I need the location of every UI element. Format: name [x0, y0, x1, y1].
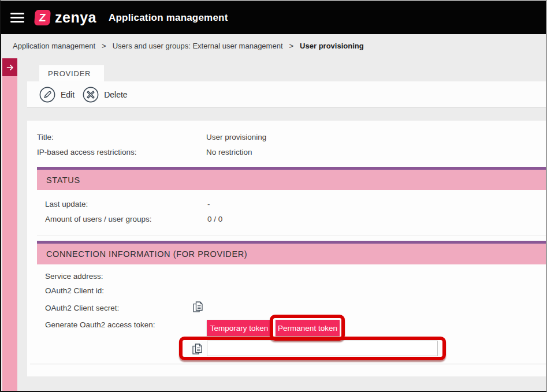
toolbar: Edit Delete [27, 81, 547, 108]
sidebar-expand-button[interactable] [2, 58, 17, 76]
ip-restrictions-row: IP-based access restrictions: No restric… [27, 144, 547, 159]
delete-button[interactable]: Delete [83, 87, 127, 103]
tab-provider[interactable]: PROVIDER [39, 65, 104, 81]
oauth2-client-id-label: OAuth2 Client id: [45, 286, 104, 295]
breadcrumb: Application management > Users and user … [1, 34, 546, 57]
arrow-right-icon [6, 64, 14, 72]
title-label: Title: [37, 133, 54, 141]
application-window: Z zenya Application management Applicati… [0, 0, 547, 392]
status-section-header: STATUS [37, 170, 547, 190]
last-update-row: Last update: - [27, 196, 547, 211]
service-address-label: Service address: [45, 272, 103, 281]
menu-icon[interactable] [10, 13, 24, 23]
generate-token-label: Generate Oauth2 access token: [45, 320, 155, 329]
service-address-row: Service address: [27, 268, 547, 283]
edit-button-label: Edit [61, 90, 75, 99]
zenya-logo-letter: Z [39, 12, 46, 24]
last-update-label: Last update: [45, 200, 88, 208]
zenya-logo-text: zenya [55, 9, 96, 26]
status-section-title: STATUS [46, 176, 80, 185]
provider-detail-panel: Title: User provisioning IP-based access… [27, 121, 547, 376]
ip-restrictions-value: No restriction [206, 148, 252, 156]
section-divider [37, 236, 547, 236]
sidebar-strip [2, 58, 17, 391]
panel-bottom-divider [30, 364, 547, 364]
user-amount-row: Amount of users / user groups: 0 / 0 [27, 211, 547, 226]
token-output-field[interactable] [207, 341, 438, 356]
breadcrumb-separator: > [102, 42, 106, 50]
connection-section-title: CONNECTION INFORMATION (FOR PROVIDER) [46, 249, 247, 259]
zenya-logo-icon[interactable]: Z [34, 10, 51, 25]
app-header: Z zenya Application management [1, 1, 546, 34]
tab-provider-label: PROVIDER [48, 69, 91, 78]
page-title: Application management [109, 12, 228, 24]
copy-pages-icon [192, 301, 203, 313]
cross-circle-icon [83, 87, 99, 103]
user-amount-label: Amount of users / user groups: [45, 215, 152, 223]
copy-client-secret-button[interactable] [192, 301, 203, 313]
delete-button-label: Delete [104, 90, 127, 99]
temporary-token-button[interactable]: Temporary token [207, 320, 271, 336]
title-value: User provisioning [206, 133, 266, 141]
permanent-token-button[interactable]: Permanent token [276, 320, 340, 336]
pencil-circle-icon [39, 87, 55, 103]
connection-section-header: CONNECTION INFORMATION (FOR PROVIDER) [37, 244, 547, 264]
copy-pages-icon [192, 343, 203, 356]
user-amount-value: 0 / 0 [207, 215, 222, 223]
oauth2-client-id-row: OAuth2 Client id: [27, 283, 547, 298]
oauth2-client-secret-label: OAuth2 Client secret: [45, 304, 119, 312]
breadcrumb-item-user-provisioning: User provisioning [300, 42, 364, 50]
breadcrumb-item-external-user-management[interactable]: Users and user groups: External user man… [113, 42, 283, 50]
title-row: Title: User provisioning [27, 129, 547, 144]
breadcrumb-item-application-management[interactable]: Application management [13, 42, 95, 50]
copy-token-button[interactable] [192, 343, 203, 356]
ip-restrictions-label: IP-based access restrictions: [37, 148, 137, 156]
oauth2-client-secret-row: OAuth2 Client secret: [27, 300, 547, 315]
last-update-value: - [207, 200, 210, 208]
edit-button[interactable]: Edit [39, 87, 75, 103]
breadcrumb-separator: > [289, 42, 294, 50]
